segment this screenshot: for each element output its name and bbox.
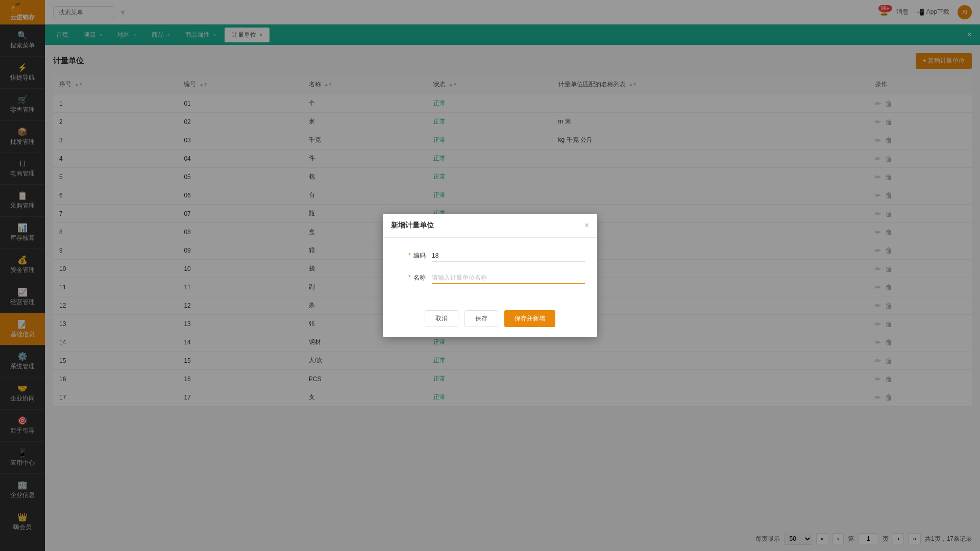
modal-close-button[interactable]: × [584, 221, 589, 230]
save-and-new-button[interactable]: 保存并新增 [504, 310, 555, 327]
modal-overlay[interactable]: 新增计量单位 × * 编码 * 名称 取消 保存 保存并新增 [0, 0, 980, 551]
code-label: * 编码 [395, 252, 426, 260]
name-input[interactable] [432, 272, 585, 284]
modal-footer: 取消 保存 保存并新增 [383, 302, 597, 337]
required-star: * [408, 252, 411, 259]
form-row-code: * 编码 [395, 250, 585, 262]
save-button[interactable]: 保存 [464, 310, 498, 327]
form-row-name: * 名称 [395, 272, 585, 284]
code-input[interactable] [432, 250, 585, 262]
required-star-name: * [408, 274, 411, 281]
modal-title: 新增计量单位 [391, 221, 434, 230]
modal-add-unit: 新增计量单位 × * 编码 * 名称 取消 保存 保存并新增 [383, 214, 597, 337]
name-label: * 名称 [395, 273, 426, 282]
modal-header: 新增计量单位 × [383, 214, 597, 238]
cancel-button[interactable]: 取消 [425, 310, 458, 327]
modal-body: * 编码 * 名称 [383, 238, 597, 302]
